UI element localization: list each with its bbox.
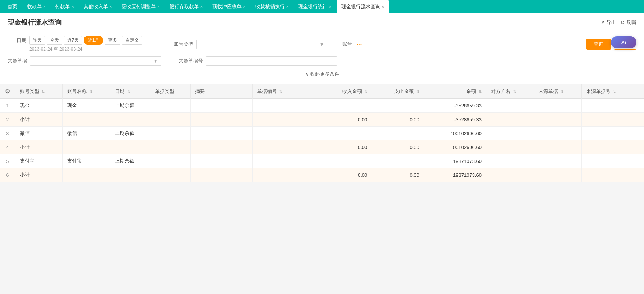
export-button[interactable]: ↗ 导出 [600,19,616,26]
col-income[interactable]: 收入金额 ⇅ [320,84,372,99]
cell-account-type: 微信 [15,127,63,140]
source-doc-no-input[interactable] [206,56,337,66]
nav-tab-6-label: 收款核销执行 [255,3,285,10]
cell-account-name: 微信 [63,127,110,140]
row-index: 3 [0,127,15,140]
cell-doc-no [252,154,320,168]
nav-tab-3[interactable]: 应收应付调整单 × [117,0,164,13]
cell-balance: -3528659.33 [424,99,486,113]
cell-summary [190,154,252,168]
cell-account-name [63,113,110,127]
nav-tab-5[interactable]: 预收冲应收单 × [208,0,250,13]
col-source-doc-no[interactable]: 来源单据号 ⇅ [581,84,644,99]
col-account-name-label: 账号名称 [67,88,87,94]
col-source-doc-no-label: 来源单据号 [586,88,611,94]
col-doc-no-label: 单据编号 [257,88,277,94]
sort-icon-source-doc: ⇅ [560,90,563,94]
sort-icon-expense: ⇅ [416,90,419,94]
table-settings-icon[interactable]: ⚙ [5,88,10,94]
account-type-select[interactable]: ▼ [196,40,327,49]
date-btn-today[interactable]: 今天 [47,36,62,45]
table-row[interactable]: 5支付宝支付宝上期余额19871073.60 [0,154,644,168]
nav-tab-0-close[interactable]: × [43,4,45,9]
refresh-button[interactable]: ↺ 刷新 [621,19,636,26]
source-doc-chevron-icon: ▼ [153,58,158,64]
nav-tab-2-close[interactable]: × [110,4,112,9]
sort-icon-account-type: ⇅ [42,90,45,94]
nav-tab-7-close[interactable]: × [329,4,331,9]
cell-source-doc-no [581,140,644,154]
nav-tab-1-close[interactable]: × [71,4,74,9]
col-settings[interactable]: ⚙ [0,84,15,99]
nav-tab-8[interactable]: 现金银行流水查询 × [337,0,389,13]
row-index: 5 [0,154,15,168]
cell-account-name: 支付宝 [63,154,110,168]
source-doc-select[interactable]: ▼ [30,56,161,66]
nav-tab-6-close[interactable]: × [286,4,288,9]
nav-tab-0[interactable]: 收款单 × [23,0,50,13]
table-row[interactable]: 6小计0.000.0019871073.60 [0,168,644,182]
date-filter-group: 日期 昨天 今天 近7天 近1月 更多 自定义 2023-02-24 至 202… [8,36,142,52]
collapse-button[interactable]: ∧ 收起更多条件 [305,71,339,78]
nav-tab-6[interactable]: 收款核销执行 × [251,0,293,13]
cell-account-type: 小计 [15,113,63,127]
nav-tab-2[interactable]: 其他收入单 × [79,0,116,13]
col-date[interactable]: 日期 ⇅ [110,84,150,99]
nav-tab-7[interactable]: 现金银行统计 × [294,0,336,13]
row-index: 1 [0,99,15,113]
query-button[interactable]: 查询 [586,39,611,50]
cell-balance: -3528659.33 [424,113,486,127]
col-counterparty[interactable]: 对方户名 ⇅ [486,84,534,99]
table-row[interactable]: 2小计0.000.00-3528659.33 [0,113,644,127]
col-account-name[interactable]: 账号名称 ⇅ [63,84,110,99]
col-expense[interactable]: 支出金额 ⇅ [372,84,424,99]
col-balance[interactable]: 余额 ⇅ [424,84,486,99]
table-row[interactable]: 3微信微信上期余额100102606.60 [0,127,644,140]
col-account-type[interactable]: 账号类型 ⇅ [15,84,63,99]
account-label: 账号 [341,41,352,48]
date-btn-yesterday[interactable]: 昨天 [29,36,45,45]
col-income-label: 收入金额 [342,88,362,94]
cell-source-doc [534,99,581,113]
nav-tab-5-close[interactable]: × [243,4,245,9]
nav-home[interactable]: 首页 [3,0,22,13]
date-btn-custom[interactable]: 自定义 [122,36,142,45]
nav-tab-1[interactable]: 付款单 × [51,0,78,13]
table-row[interactable]: 4小计0.000.00100102606.60 [0,140,644,154]
cell-expense [372,99,424,113]
cell-account-type: 小计 [15,168,63,182]
col-summary[interactable]: 摘要 [190,84,252,99]
table-row[interactable]: 1现金现金上期余额-3528659.33 [0,99,644,113]
date-btn-7days[interactable]: 近7天 [64,36,82,45]
cell-account-name: 现金 [63,99,110,113]
cell-source-doc-no [581,154,644,168]
col-source-doc[interactable]: 来源单据 ⇅ [534,84,581,99]
cell-summary [190,168,252,182]
nav-tab-5-label: 预收冲应收单 [212,3,242,10]
cell-date [110,140,150,154]
cell-source-doc-no [581,99,644,113]
cell-date: 上期余额 [110,99,150,113]
nav-tab-3-close[interactable]: × [157,4,159,9]
ai-assistant-button[interactable]: Ai [611,36,636,48]
sort-icon-source-doc-no: ⇅ [613,90,616,94]
nav-tab-8-close[interactable]: × [382,4,384,9]
col-doc-no[interactable]: 单据编号 ⇅ [252,84,320,99]
cell-expense: 0.00 [372,113,424,127]
account-ellipsis-button[interactable]: ··· [355,39,363,49]
date-btn-1month[interactable]: 近1月 [84,36,104,45]
col-doc-type[interactable]: 单据类型 [150,84,190,99]
cell-date: 上期余额 [110,127,150,140]
col-counterparty-label: 对方户名 [491,88,510,94]
filter-row-1: 日期 昨天 今天 近7天 近1月 更多 自定义 2023-02-24 至 202… [8,36,636,52]
header-actions: ↗ 导出 ↺ 刷新 [600,19,636,26]
nav-tab-4[interactable]: 银行存取款单 × [165,0,207,13]
cell-doc-type [150,168,190,182]
cell-expense [372,127,424,140]
date-btn-more[interactable]: 更多 [105,36,120,45]
nav-tab-4-close[interactable]: × [200,4,203,9]
col-source-doc-label: 来源单据 [539,88,558,94]
table-container: ⚙ 账号类型 ⇅ 账号名称 ⇅ 日期 ⇅ 单据类型 摘要 [0,84,644,182]
cell-source-doc-no [581,127,644,140]
collapse-label: 收起更多条件 [310,71,339,78]
